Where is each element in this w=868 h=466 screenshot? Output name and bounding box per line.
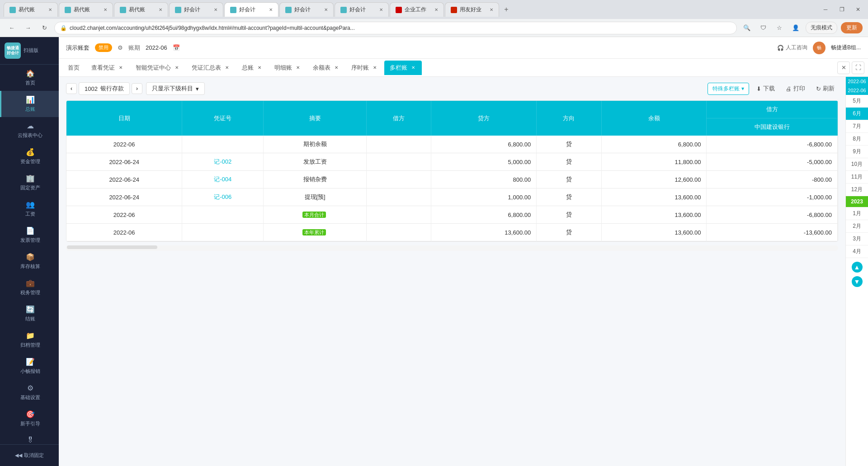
settings-gear-icon[interactable]: ⚙ <box>118 44 123 51</box>
sidebar-item-expense[interactable]: 📝 小畅报销 <box>0 353 59 379</box>
browser-tab-1[interactable]: 易代账 ✕ <box>4 2 58 17</box>
account-selector[interactable]: 1002 银行存款 <box>79 82 130 95</box>
print-button[interactable]: 🖨 打印 <box>782 83 809 94</box>
tab-voucher-summary[interactable]: 凭证汇总表 ✕ <box>186 61 236 75</box>
tab-smart-voucher[interactable]: 智能凭证中心 ✕ <box>130 61 185 75</box>
sidebar-item-cloud-report[interactable]: ☁ 云报表中心 <box>0 117 59 143</box>
download-button[interactable]: ⬇ 下载 <box>753 83 778 94</box>
tab-voucher-summary-close[interactable]: ✕ <box>224 65 230 71</box>
browser-tab-6[interactable]: 好会计 ✕ <box>279 2 334 17</box>
tab-general-ledger[interactable]: 总账 ✕ <box>236 61 268 75</box>
cal-month-7[interactable]: 7月 <box>846 120 868 133</box>
next-account-button[interactable]: › <box>132 83 142 94</box>
tab-home[interactable]: 首页 <box>62 61 85 75</box>
cal-month-10[interactable]: 10月 <box>846 158 868 171</box>
profile-icon[interactable]: 👤 <box>789 22 802 34</box>
star-icon[interactable]: ☆ <box>773 22 786 34</box>
tab-close-1[interactable]: ✕ <box>48 7 52 12</box>
sidebar-item-guide[interactable]: 🎯 新手引导 <box>0 405 59 432</box>
close-window-button[interactable]: ✕ <box>852 3 864 16</box>
tab-view-voucher-close[interactable]: ✕ <box>118 65 124 71</box>
tab-close-5[interactable]: ✕ <box>269 7 273 12</box>
tab-smart-voucher-close[interactable]: ✕ <box>174 65 180 71</box>
horizontal-scrollbar[interactable] <box>66 245 838 251</box>
tab-view-voucher[interactable]: 查看凭证 ✕ <box>86 61 129 75</box>
back-button[interactable]: ← <box>5 22 18 34</box>
tab-multicolumn-ledger[interactable]: 多栏账 ✕ <box>384 61 422 75</box>
browser-tab-9[interactable]: 用友好业 ✕ <box>445 2 499 17</box>
sidebar-item-settings-label: 基础设置 <box>20 394 40 401</box>
tab-close-3[interactable]: ✕ <box>159 7 162 12</box>
tab-general-ledger-close[interactable]: ✕ <box>256 65 263 71</box>
cal-month-6[interactable]: 6月 <box>846 108 868 120</box>
cal-month-8[interactable]: 8月 <box>846 133 868 146</box>
sidebar-item-member[interactable]: 🎖 畅会员 <box>0 432 59 444</box>
sidebar-item-fixed-assets[interactable]: 🏢 固定资产 <box>0 169 59 196</box>
restore-button[interactable]: ❐ <box>835 3 848 16</box>
sidebar-item-tax[interactable]: 💼 税务管理 <box>0 274 59 301</box>
browser-tab-7[interactable]: 好会计 ✕ <box>335 2 389 17</box>
prev-account-button[interactable]: ‹ <box>66 83 77 94</box>
address-bar[interactable]: 🔒 cloud2.chanjet.com/accounting/uh26t264… <box>54 22 737 34</box>
cal-month-11[interactable]: 11月 <box>846 171 868 184</box>
browser-tab-3[interactable]: 易代账 ✕ <box>114 2 168 17</box>
browser-tab-5[interactable]: 好会计 ✕ <box>224 2 278 17</box>
tab-close-8[interactable]: ✕ <box>434 7 438 12</box>
browser-tab-4[interactable]: 好会计 ✕ <box>169 2 223 17</box>
tab-detail-ledger[interactable]: 明细账 ✕ <box>269 61 307 75</box>
tab-multicolumn-close[interactable]: ✕ <box>410 65 416 71</box>
cal-month-5[interactable]: 5月 <box>846 95 868 108</box>
cal-month-9[interactable]: 9月 <box>846 146 868 158</box>
cal-month-3-2023[interactable]: 3月 <box>846 233 868 245</box>
sidebar-item-archive[interactable]: 📁 归档管理 <box>0 327 59 353</box>
cal-up-button[interactable]: ▲ <box>852 262 863 273</box>
voucher-link-2[interactable]: 记-004 <box>214 176 231 183</box>
reload-button[interactable]: ↻ <box>38 22 51 34</box>
consultant-button[interactable]: 🎧 人工咨询 <box>777 44 807 52</box>
sidebar-item-home[interactable]: 🏠 首页 <box>0 65 59 91</box>
cal-month-2-2023[interactable]: 2月 <box>846 220 868 233</box>
tab-close-9[interactable]: ✕ <box>490 7 493 12</box>
sidebar-item-payroll[interactable]: 👥 工资 <box>0 196 59 222</box>
sidebar-item-funds[interactable]: 💰 资金管理 <box>0 143 59 169</box>
shield-icon[interactable]: 🛡 <box>757 22 769 34</box>
tab-detail-ledger-close[interactable]: ✕ <box>295 65 301 71</box>
tab-close-2[interactable]: ✕ <box>104 7 107 12</box>
voucher-link-1[interactable]: 记-002 <box>214 158 231 165</box>
minimize-button[interactable]: ─ <box>819 3 832 16</box>
browser-tab-2[interactable]: 易代账 ✕ <box>59 2 113 17</box>
print-label: 打印 <box>793 85 805 93</box>
cal-down-button[interactable]: ▼ <box>852 276 863 287</box>
sidebar-pin-button[interactable]: ◀◀ 取消固定 <box>2 449 57 461</box>
cal-month-12[interactable]: 12月 <box>846 184 868 196</box>
tab-balance-sheet[interactable]: 余额表 ✕ <box>307 61 345 75</box>
cell-credit-5: 13,600.00 <box>431 224 537 241</box>
cal-month-4-2023[interactable]: 4月 <box>846 245 868 258</box>
calendar-icon[interactable]: 📅 <box>173 44 180 51</box>
sidebar-item-inventory[interactable]: 📦 库存核算 <box>0 248 59 274</box>
update-button[interactable]: 更新 <box>841 22 863 33</box>
tab-journal[interactable]: 序时账 ✕ <box>346 61 383 75</box>
refresh-button[interactable]: ↻ 刷新 <box>812 83 838 94</box>
tab-journal-close[interactable]: ✕ <box>372 65 378 71</box>
forward-button[interactable]: → <box>22 22 34 34</box>
wuhen-mode-button[interactable]: 无痕模式 <box>806 22 837 34</box>
collapse-tabs-button[interactable]: ✕ <box>837 61 850 74</box>
tab-close-7[interactable]: ✕ <box>379 7 383 12</box>
tab-close-4[interactable]: ✕ <box>214 7 217 12</box>
sidebar-item-settings[interactable]: ⚙ 基础设置 <box>0 379 59 405</box>
new-tab-button[interactable]: + <box>500 3 513 16</box>
voucher-link-3[interactable]: 记-006 <box>214 193 231 200</box>
search-icon[interactable]: 🔍 <box>741 22 753 34</box>
tab-close-6[interactable]: ✕ <box>324 7 328 12</box>
special-multiledger-button[interactable]: 特殊多栏账 ▾ <box>708 83 749 95</box>
sub-filter-dropdown[interactable]: 只显示下级科目 ▾ <box>146 82 205 95</box>
tab-balance-sheet-close[interactable]: ✕ <box>333 65 340 71</box>
sidebar-item-invoices[interactable]: 📄 发票管理 <box>0 222 59 248</box>
browser-tab-8[interactable]: 企业工作 ✕ <box>390 2 444 17</box>
cell-debit-3 <box>366 188 431 206</box>
expand-button[interactable]: ⛶ <box>852 61 864 74</box>
sidebar-item-closing[interactable]: 🔄 结账 <box>0 301 59 327</box>
sidebar-item-ledger[interactable]: 📊 总账 <box>0 91 59 117</box>
cal-month-1-2023[interactable]: 1月 <box>846 207 868 220</box>
